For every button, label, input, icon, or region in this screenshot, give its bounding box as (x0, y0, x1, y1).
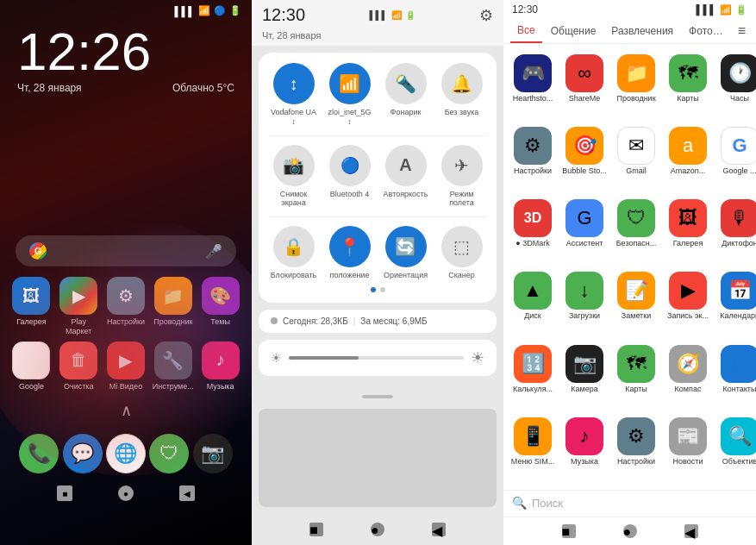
lock-button[interactable]: 🔒 (273, 226, 315, 267)
list-item[interactable]: 3D ● 3DMark (509, 196, 557, 265)
location-button[interactable]: 📍 (329, 226, 371, 267)
app-label: Hearthsto... (510, 94, 555, 103)
qs-item-location[interactable]: 📍 положение (325, 226, 374, 280)
recents-button[interactable]: ● (118, 485, 134, 501)
notification-panel: 12:30 ▌▌▌ 📶 🔋 ⚙ Чт, 28 января ↕ Vodafone… (252, 0, 503, 545)
tab-communication[interactable]: Общение (544, 20, 603, 42)
brightness-slider[interactable] (289, 356, 464, 360)
qs-item-brightness-auto[interactable]: A Автояркость (381, 145, 430, 209)
wifi-button[interactable]: 📶 (329, 63, 371, 104)
bluetooth-button[interactable]: 🔵 (329, 145, 371, 186)
list-item[interactable]: 📁 Проводник (612, 51, 660, 120)
list-item[interactable]: 🔢 Калькуля... (509, 341, 557, 410)
back-button[interactable]: ◀ (432, 523, 446, 536)
list-item[interactable]: 📱 Меню SIM... (509, 414, 557, 483)
list-item[interactable]: ✉ Gmail (612, 123, 660, 192)
app-label: Меню SIM... (510, 457, 555, 467)
quick-settings-panel: ↕ Vodafone UA ↕ 📶 zloi_inet_5G ↕ 🔦 Фонар… (259, 53, 497, 303)
qs-item-flashlight[interactable]: 🔦 Фонарик (381, 63, 430, 127)
list-item[interactable]: G Ассистент (560, 196, 609, 265)
qs-item-airplane[interactable]: ✈ Режим полета (437, 145, 486, 209)
date-weather-row: Чт, 28 января Облачно 5°C (0, 78, 252, 97)
list-item[interactable]: 🛡 Безопасн... (612, 196, 660, 265)
list-item[interactable]: 🗺 Карты (612, 341, 660, 410)
home-button[interactable]: ■ (309, 523, 323, 536)
wifi-icon: 📶 (391, 10, 402, 20)
home-button[interactable]: ■ (57, 485, 72, 501)
qs-label: zloi_inet_5G ↕ (325, 108, 374, 127)
recents-button[interactable]: ● (371, 523, 384, 536)
googlepay-icon: G (721, 127, 756, 165)
list-item[interactable]: 🎮 Hearthsto... (509, 51, 557, 120)
qs-item-scanner[interactable]: ⬚ Сканер (437, 226, 486, 280)
usage-today: Сегодня: 28,3КБ (283, 316, 348, 326)
list-item[interactable]: a Amazon... (664, 123, 712, 192)
qs-item-wifi[interactable]: 📶 zloi_inet_5G ↕ (325, 63, 374, 127)
list-item[interactable]: ↓ Загрузки (560, 268, 609, 337)
list-item[interactable]: 📅 Календарь (715, 268, 756, 337)
qs-item-bluetooth[interactable]: 🔵 Bluetooth 4 (325, 145, 374, 209)
app-label: Bubble Sto... (562, 166, 607, 176)
apps-status-bar: 12:30 ▌▌▌ 📶 🔋 (503, 0, 756, 17)
screenshot-button[interactable]: 📸 (273, 145, 315, 186)
navigation-bar: ■ ● ◀ (252, 514, 503, 545)
settings-gear-icon[interactable]: ⚙ (479, 6, 493, 25)
list-item[interactable]: 🎙 Диктофон (715, 196, 756, 265)
list-item[interactable]: ∞ ShareMe (560, 51, 609, 120)
app-label: Google ... (717, 166, 756, 176)
app-search-input[interactable]: Поиск (532, 497, 747, 510)
app-label: Проводник (614, 94, 659, 103)
app-search-row[interactable]: 🔍 Поиск (503, 490, 756, 517)
qs-item-rotate[interactable]: 🔄 Ориентация (381, 226, 430, 280)
scanner-button[interactable]: ⬚ (441, 226, 483, 267)
mobile-data-button[interactable]: ↕ (273, 63, 315, 104)
rotation-button[interactable]: 🔄 (385, 226, 427, 267)
auto-brightness-button[interactable]: A (385, 145, 427, 186)
back-button[interactable]: ◀ (179, 485, 195, 501)
list-item[interactable]: 📰 Новости (664, 414, 712, 483)
background-decoration (0, 217, 252, 476)
list-item[interactable]: G Google ... (715, 123, 756, 192)
list-item[interactable]: 🔍 Объектив (715, 414, 756, 483)
tab-photos[interactable]: Фотогра... (682, 20, 733, 42)
app-label: Настройки (510, 166, 555, 176)
qs-item-mobile[interactable]: ↕ Vodafone UA ↕ (269, 63, 318, 127)
list-item[interactable]: 🖼 Галерея (664, 196, 712, 265)
lock-time: 12:26 (0, 18, 252, 78)
list-item[interactable]: 🎯 Bubble Sto... (560, 123, 609, 192)
qs-item-lock[interactable]: 🔒 Блокировать (269, 226, 318, 280)
recents-button[interactable]: ● (623, 524, 637, 538)
list-item[interactable]: 🗺 Карты (664, 51, 712, 120)
silent-button[interactable]: 🔔 (441, 63, 483, 104)
hearthstone-icon: 🎮 (514, 54, 552, 92)
list-item[interactable]: 🧭 Компас (664, 341, 712, 410)
flashlight-button[interactable]: 🔦 (385, 63, 427, 104)
app-label: Музыка (562, 457, 607, 467)
tab-entertainment[interactable]: Развлечения (604, 20, 680, 42)
tab-all[interactable]: Все (510, 19, 542, 43)
app-label: Заметки (614, 311, 659, 321)
list-item[interactable]: 🕐 Часы (715, 51, 756, 120)
list-item[interactable]: 📝 Заметки (612, 268, 660, 337)
back-button[interactable]: ◀ (684, 524, 698, 538)
tab-more-icon[interactable]: ≡ (734, 20, 749, 42)
airplane-button[interactable]: ✈ (441, 145, 483, 186)
lock-screen: ▌▌▌ 📶 🔵 🔋 12:26 Чт, 28 января Облачно 5°… (0, 0, 252, 545)
qs-page-dots (269, 287, 486, 292)
app-drawer: 12:30 ▌▌▌ 📶 🔋 Все Общение Развлечения Фо… (503, 0, 756, 545)
list-item[interactable]: ⚙ Настройки (612, 414, 660, 483)
list-item[interactable]: ▲ Диск (509, 268, 557, 337)
lock-date: Чт, 28 января (17, 82, 82, 94)
list-item[interactable]: ⚙ Настройки (509, 123, 557, 192)
qs-item-silent[interactable]: 🔔 Без звука (437, 63, 486, 127)
qs-label: Ориентация (384, 271, 428, 280)
qs-item-screenshot[interactable]: 📸 Снимок экрана (269, 145, 318, 209)
usage-dot-icon (271, 317, 278, 324)
qs-grid-row2: 📸 Снимок экрана 🔵 Bluetooth 4 A Автоярко… (269, 145, 486, 209)
settings3-icon: ⚙ (617, 417, 655, 455)
home-button[interactable]: ■ (562, 524, 576, 538)
list-item[interactable]: ♪ Музыка (560, 414, 609, 483)
list-item[interactable]: ▶ Запись эк... (664, 268, 712, 337)
list-item[interactable]: 📷 Камера (560, 341, 609, 410)
list-item[interactable]: 👤 Контакты (715, 341, 756, 410)
